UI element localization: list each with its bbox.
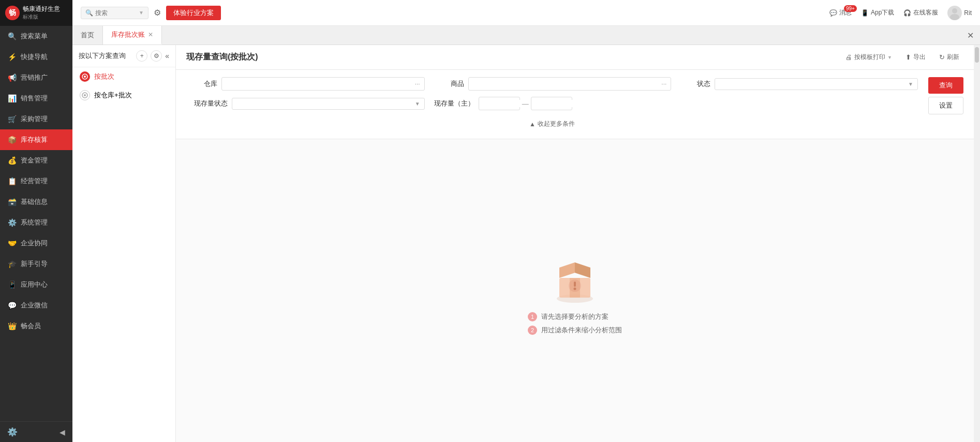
- product-field: 商品 ···: [433, 77, 672, 91]
- sidebar-item-purchase[interactable]: 🛒 采购管理: [0, 109, 72, 129]
- stock-status-select[interactable]: ▼: [232, 98, 425, 110]
- svg-marker-9: [575, 262, 590, 278]
- sidebar-item-apps[interactable]: 📱 应用中心: [0, 274, 72, 295]
- sidebar-item-operation[interactable]: 📋 经营管理: [0, 171, 72, 191]
- sidebar: 畅 畅康通好生意 标准版 🔍 搜索菜单 ⚡ 快捷导航 📢 营销推广 📊 销售管理…: [0, 0, 72, 442]
- stock-amount-to-input[interactable]: [536, 100, 613, 107]
- sidebar-item-label: 营销推广: [21, 73, 48, 82]
- sidebar-item-label: 采购管理: [21, 114, 48, 124]
- headset-icon: 🎧: [903, 9, 911, 17]
- tab-home[interactable]: 首页: [72, 26, 103, 45]
- warehouse-text-input[interactable]: [226, 80, 413, 87]
- sidebar-item-system[interactable]: ⚙️ 系统管理: [0, 212, 72, 233]
- topbar-search-box[interactable]: 🔍 ▼: [81, 7, 149, 19]
- messages-btn[interactable]: 💬 消息 99+: [829, 8, 852, 17]
- empty-instructions: 1 请先选择要分析的方案 2 用过滤条件来缩小分析范围: [528, 312, 622, 335]
- refresh-btn[interactable]: ↻ 刷新: [935, 51, 963, 63]
- sidebar-item-member[interactable]: 👑 畅会员: [0, 316, 72, 336]
- online-service-btn[interactable]: 🎧 在线客服: [903, 8, 938, 17]
- product-input[interactable]: ···: [468, 77, 672, 91]
- tab-home-label: 首页: [81, 31, 94, 40]
- sidebar-item-marketing[interactable]: 📢 营销推广: [0, 67, 72, 88]
- sidebar-item-wechat[interactable]: 💬 企业微信: [0, 295, 72, 316]
- user-profile-btn[interactable]: Rit: [947, 6, 972, 20]
- search-nav-icon: 🔍: [7, 32, 17, 41]
- action-buttons: 查询 设置: [923, 77, 963, 114]
- sidebar-item-guide[interactable]: 🎓 新手引导: [0, 254, 72, 274]
- sidebar-item-sales[interactable]: 📊 销售管理: [0, 88, 72, 109]
- collapse-more-btn[interactable]: ▲ 收起更多条件: [186, 116, 918, 131]
- filter-collapse-btn[interactable]: «: [165, 52, 169, 60]
- sidebar-item-label: 快捷导航: [21, 52, 48, 62]
- print-template-btn[interactable]: 🖨 按模板打印 ▼: [841, 51, 896, 63]
- sidebar-item-label: 经营管理: [21, 176, 48, 186]
- app-download-btn[interactable]: 📱 App下载: [861, 8, 894, 17]
- member-icon: 👑: [7, 321, 17, 331]
- app-logo: 畅: [5, 6, 20, 20]
- right-scrollbar[interactable]: [974, 45, 980, 442]
- stock-amount-from[interactable]: [479, 97, 520, 110]
- query-header-actions: 🖨 按模板打印 ▼ ⬆ 导出 ↻ 刷新: [841, 51, 963, 63]
- export-btn[interactable]: ⬆ 导出: [901, 51, 930, 63]
- sidebar-item-enterprise[interactable]: 🤝 企业协同: [0, 233, 72, 254]
- stock-amount-to[interactable]: [531, 97, 572, 110]
- filter-item-by-warehouse-batch[interactable]: 按仓库+批次: [72, 86, 175, 105]
- app-title: 畅康通好生意: [23, 5, 60, 13]
- stock-amount-dash: —: [520, 100, 531, 108]
- tab-inventory-batch[interactable]: 库存批次账 ✕: [103, 26, 162, 45]
- refresh-icon: ↻: [939, 53, 945, 61]
- warehouse-field: 仓库 ···: [186, 77, 425, 91]
- filter-item-batch-label: 按批次: [94, 72, 114, 81]
- step-1-text: 请先选择要分析的方案: [541, 312, 608, 321]
- sidebar-item-quick-nav[interactable]: ⚡ 快捷导航: [0, 47, 72, 67]
- topbar-actions: 💬 消息 99+ 📱 App下载 🎧 在线客服 Rit: [829, 6, 972, 20]
- batch-icon: [80, 71, 90, 82]
- sidebar-collapse-icon[interactable]: ◀: [60, 428, 65, 436]
- sidebar-item-label: 应用中心: [21, 280, 48, 289]
- content-area: 按以下方案查询 + ⚙ « 按批次: [72, 45, 980, 442]
- empty-state: 1 请先选择要分析的方案 2 用过滤条件来缩小分析范围: [176, 139, 974, 442]
- filter-add-btn[interactable]: +: [136, 50, 147, 62]
- tab-close-icon[interactable]: ✕: [148, 31, 153, 38]
- status-select[interactable]: ▼: [715, 78, 918, 90]
- filter-settings-btn[interactable]: ⚙: [151, 50, 162, 62]
- system-icon: ⚙️: [7, 218, 17, 227]
- svg-rect-12: [574, 282, 576, 287]
- warehouse-more-icon[interactable]: ···: [415, 80, 420, 87]
- stock-status-label: 现存量状态: [186, 99, 228, 108]
- warehouse-label: 仓库: [186, 79, 217, 89]
- avatar: [947, 6, 962, 20]
- plus-icon: +: [140, 52, 144, 60]
- filter-item-by-batch[interactable]: 按批次: [72, 67, 175, 86]
- product-more-icon[interactable]: ···: [661, 80, 666, 87]
- sidebar-item-inventory[interactable]: 📦 库存核算: [0, 129, 72, 150]
- svg-point-0: [952, 8, 957, 13]
- topbar-gear-icon[interactable]: ⚙: [154, 8, 161, 18]
- sidebar-item-finance[interactable]: 💰 资金管理: [0, 150, 72, 171]
- sidebar-nav: 🔍 搜索菜单 ⚡ 快捷导航 📢 营销推广 📊 销售管理 🛒 采购管理 📦 库存核…: [0, 26, 72, 421]
- tab-panel-close-icon[interactable]: ✕: [961, 31, 980, 40]
- query-btn[interactable]: 查询: [928, 77, 963, 94]
- main-area: 🔍 ▼ ⚙ 体验行业方案 💬 消息 99+ 📱 App下载 🎧 在线客服: [72, 0, 980, 442]
- apps-icon: 📱: [7, 280, 17, 289]
- sidebar-item-basics[interactable]: 🗃️ 基础信息: [0, 191, 72, 212]
- stock-status-dropdown-icon: ▼: [415, 101, 420, 107]
- svg-marker-8: [559, 262, 575, 278]
- filter-row-1: 仓库 ··· 商品 ···: [186, 77, 918, 91]
- filter-item-warehouse-batch-label: 按仓库+批次: [94, 91, 132, 100]
- purchase-icon: 🛒: [7, 114, 17, 124]
- filter-row-2: 现存量状态 ▼ 现存量（主）: [186, 97, 918, 110]
- warehouse-input[interactable]: ···: [221, 77, 425, 91]
- online-service-label: 在线客服: [913, 8, 938, 17]
- sidebar-item-label: 资金管理: [21, 156, 48, 165]
- product-text-input[interactable]: [473, 80, 660, 87]
- experience-btn[interactable]: 体验行业方案: [166, 6, 221, 20]
- sidebar-settings-icon[interactable]: ⚙️: [7, 427, 18, 437]
- empty-box-svg: [546, 247, 603, 304]
- sidebar-footer: ⚙️ ◀: [0, 421, 72, 442]
- step-1-num: 1: [528, 312, 537, 321]
- sidebar-item-search[interactable]: 🔍 搜索菜单: [0, 26, 72, 47]
- app-subtitle: 标准版: [23, 13, 60, 21]
- settings-btn[interactable]: 设置: [928, 97, 963, 114]
- search-input[interactable]: [95, 9, 137, 17]
